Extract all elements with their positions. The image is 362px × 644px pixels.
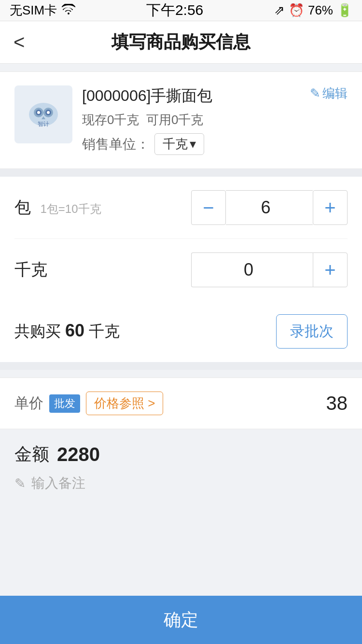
- status-left: 无SIM卡: [10, 2, 75, 19]
- product-info: [0000006]手撕面包 现存0千克 可用0千克 销售单位： 千克 ▾: [82, 85, 348, 155]
- qianke-input[interactable]: [191, 252, 313, 287]
- svg-point-6: [47, 111, 50, 114]
- bao-increment-button[interactable]: +: [313, 190, 348, 225]
- price-ref-button[interactable]: 价格参照 >: [86, 392, 163, 415]
- bao-qty-control: − +: [191, 190, 348, 225]
- status-bar: 无SIM卡 下午2:56 ⇗ ⏰ 76% 🔋: [0, 0, 362, 21]
- qianke-label: 千克: [14, 259, 47, 281]
- back-button[interactable]: <: [14, 31, 25, 53]
- battery-text: 76%: [308, 3, 333, 18]
- price-label: 单价 批发 价格参照 >: [14, 392, 163, 415]
- alarm-icon: ⏰: [289, 3, 304, 18]
- wifi-icon: [62, 3, 75, 18]
- battery-icon: 🔋: [337, 3, 352, 18]
- note-row[interactable]: ✎ 输入备注: [14, 474, 348, 492]
- carrier-text: 无SIM卡: [10, 2, 57, 19]
- bao-decrement-button[interactable]: −: [191, 190, 226, 225]
- qianke-qty-control: +: [191, 252, 348, 287]
- record-batch-button[interactable]: 录批次: [276, 314, 348, 349]
- summary-section: 共购买 60 千克 录批次: [0, 301, 362, 362]
- section-divider-2: [0, 362, 362, 370]
- status-time: 下午2:56: [146, 0, 203, 20]
- amount-section: 金额 2280 ✎ 输入备注: [0, 429, 362, 502]
- note-placeholder: 输入备注: [31, 474, 85, 492]
- bao-sublabel: 1包=10千克: [40, 202, 101, 215]
- svg-text:智计: 智计: [38, 121, 49, 127]
- bao-label: 包 1包=10千克: [14, 196, 101, 219]
- amount-label: 金额: [14, 443, 49, 466]
- chevron-down-icon: ▾: [190, 137, 196, 152]
- price-row: 单价 批发 价格参照 > 38: [14, 392, 348, 415]
- product-name: [0000006]手撕面包: [82, 85, 348, 107]
- qianke-increment-button[interactable]: +: [313, 252, 348, 287]
- bao-input[interactable]: [226, 190, 313, 225]
- nav-bar: < 填写商品购买信息: [0, 21, 362, 64]
- status-right: ⇗ ⏰ 76% 🔋: [274, 3, 352, 18]
- amount-value: 2280: [57, 444, 100, 465]
- price-value: 38: [326, 392, 348, 414]
- edit-icon: ✎: [310, 86, 320, 101]
- summary-text: 共购买 60 千克: [14, 321, 120, 342]
- pifa-badge: 批发: [49, 394, 80, 413]
- qianke-row: 千克 +: [14, 239, 348, 301]
- price-section: 单价 批发 价格参照 > 38: [0, 378, 362, 429]
- svg-point-5: [37, 111, 40, 114]
- confirm-button[interactable]: 确定: [0, 596, 362, 644]
- quantity-section: 包 1包=10千克 − + 千克 +: [0, 177, 362, 301]
- product-stock: 现存0千克 可用0千克: [82, 112, 348, 128]
- section-divider-1: [0, 169, 362, 177]
- product-card: 智计 [0000006]手撕面包 现存0千克 可用0千克 销售单位： 千克 ▾ …: [0, 71, 362, 169]
- amount-row: 金额 2280: [14, 443, 348, 466]
- unit-select[interactable]: 千克 ▾: [154, 133, 204, 155]
- note-icon: ✎: [14, 476, 26, 491]
- location-icon: ⇗: [274, 3, 285, 18]
- edit-button[interactable]: ✎ 编辑: [310, 85, 348, 102]
- page-title: 填写商品购买信息: [111, 30, 251, 54]
- confirm-button-label: 确定: [164, 608, 198, 632]
- bao-row: 包 1包=10千克 − +: [14, 177, 348, 239]
- product-image: 智计: [14, 85, 72, 143]
- product-unit-row: 销售单位： 千克 ▾: [82, 133, 348, 155]
